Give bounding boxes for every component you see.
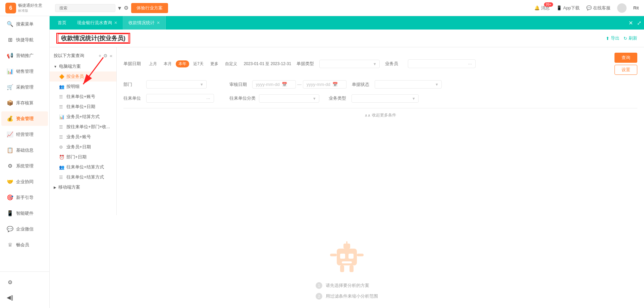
review-date-to-input[interactable]: yyyy-mm-dd 📅 bbox=[303, 80, 346, 89]
sidebar-collapse[interactable]: ◀‖ bbox=[1, 290, 48, 305]
doc-type-select[interactable]: ▾ bbox=[319, 60, 380, 68]
sidebar-settings[interactable]: ⚙ bbox=[1, 275, 48, 290]
scheme-item-unit-settlement1[interactable]: 👥 往来单位+结算方式 bbox=[50, 162, 116, 172]
counterparty-category-select[interactable]: ▾ bbox=[259, 94, 319, 103]
scheme-group-mobile-title[interactable]: ▶ 移动端方案 bbox=[50, 182, 116, 192]
inventory-icon: 📦 bbox=[7, 100, 13, 106]
sidebar-item-operations[interactable]: 📈 经营管理 bbox=[1, 127, 48, 142]
group-desktop-label: 电脑端方案 bbox=[59, 63, 81, 69]
header-gear-icon[interactable]: ⚙ bbox=[124, 5, 128, 11]
tab-maximize-icon[interactable]: ⤢ bbox=[637, 20, 641, 26]
filter-settings-button[interactable]: 设置 bbox=[614, 65, 637, 75]
scheme-item-unit-account[interactable]: ☰ 往来单位+账号 bbox=[50, 92, 116, 102]
sidebar-item-guide[interactable]: 🎯 新手引导 bbox=[1, 190, 48, 205]
tab-home[interactable]: 首页 bbox=[52, 20, 72, 26]
empty-robot-icon bbox=[327, 235, 367, 275]
counterparty-more-icon[interactable]: ··· bbox=[206, 96, 210, 101]
date-tab-last-month[interactable]: 上月 bbox=[146, 60, 160, 67]
tab-bank-flow-close-icon[interactable]: ✕ bbox=[114, 20, 117, 25]
query-button[interactable]: 查询 bbox=[614, 53, 637, 63]
biz-type-select[interactable]: ▾ bbox=[352, 94, 419, 103]
scheme-unit-date-label: 往来单位+日期 bbox=[66, 104, 95, 110]
svg-rect-6 bbox=[346, 241, 347, 244]
date-tab-this-year[interactable]: 本年 bbox=[176, 60, 189, 67]
tab-bar: 首页 现金银行流水查询 ✕ 收款情况统计 ✕ ✕ ⤢ bbox=[50, 16, 644, 30]
date-sep: 至 bbox=[265, 61, 270, 66]
sidebar-item-purchase[interactable]: 🛒 采购管理 bbox=[1, 80, 48, 94]
sidebar-item-system[interactable]: ⚙ 系统管理 bbox=[1, 159, 48, 173]
page-content: 收款情况统计(按业务员) ⬆ 导出 ↻ 刷新 bbox=[50, 30, 644, 308]
scheme-item-salesman-account[interactable]: ☰ 业务员+账号 bbox=[50, 132, 116, 142]
scheme-group-desktop-title[interactable]: ▼ 电脑端方案 bbox=[50, 61, 116, 71]
group-mobile-label: 移动端方案 bbox=[58, 184, 80, 190]
scheme-add-icon[interactable]: + bbox=[99, 53, 101, 58]
scheme-item-detail[interactable]: 👥 按明细 bbox=[50, 82, 116, 92]
tab-close-all-icon[interactable]: ✕ bbox=[629, 20, 633, 26]
scheme-item-salesman-date[interactable]: ⚙ 业务员+日期 bbox=[50, 142, 116, 152]
scheme-collapse-icon[interactable]: « bbox=[110, 53, 112, 58]
dept-select[interactable]: ▾ bbox=[146, 80, 207, 89]
sidebar-item-wechat[interactable]: 💬 企业微信 bbox=[1, 222, 48, 236]
scheme-item-salesman-settlement[interactable]: 📊 业务员+结算方式 bbox=[50, 112, 116, 122]
notification-area[interactable]: 🔔 消息 99+ bbox=[534, 5, 550, 11]
empty-steps: 1 请先选择要分析的方案 2 用过滤条件来缩小分析范围 bbox=[316, 282, 378, 300]
date-tab-more[interactable]: 更多 bbox=[208, 60, 221, 67]
counterparty-category-arrow-icon: ▾ bbox=[313, 96, 316, 101]
user-avatar[interactable] bbox=[617, 3, 627, 13]
refresh-button[interactable]: ↻ 刷新 bbox=[624, 35, 637, 41]
scheme-item-salesman[interactable]: 🔶 按业务员 bbox=[50, 71, 116, 82]
export-button[interactable]: ⬆ 导出 bbox=[606, 35, 620, 41]
sidebar-item-quick-nav[interactable]: ⊞ 快捷导航 bbox=[1, 33, 48, 47]
counterparty-input[interactable] bbox=[150, 96, 206, 101]
date-tab-7-days[interactable]: 近7天 bbox=[191, 60, 206, 67]
scheme-dept-date-label: 部门+日期 bbox=[66, 154, 87, 160]
scheme-item-unit-dept[interactable]: ☰ 按往来单位+部门+收... bbox=[50, 122, 116, 132]
calendar-from-icon[interactable]: 📅 bbox=[282, 82, 287, 87]
scheme-header: 按以下方案查询 + ⚙ « bbox=[50, 51, 116, 61]
sidebar-item-member[interactable]: ♕ 畅会员 bbox=[1, 238, 48, 252]
trial-button[interactable]: 体验行业方案 bbox=[131, 3, 168, 13]
collapse-label: 收起更多条件 bbox=[372, 112, 396, 118]
collapse-button[interactable]: ∧∧ 收起更多条件 bbox=[365, 112, 396, 118]
salesman-more-icon[interactable]: ··· bbox=[468, 61, 472, 66]
header-search-input[interactable] bbox=[55, 4, 115, 12]
doc-status-select[interactable]: ▾ bbox=[375, 80, 442, 89]
online-service[interactable]: 💬 在线客服 bbox=[586, 5, 610, 11]
tab-collection-stats[interactable]: 收款情况统计 ✕ bbox=[123, 16, 166, 30]
sidebar-item-inventory[interactable]: 📦 库存核算 bbox=[1, 96, 48, 110]
svg-rect-7 bbox=[330, 254, 337, 256]
sidebar-item-hardware[interactable]: 📱 智能硬件 bbox=[1, 206, 48, 220]
sidebar-member-label: 畅会员 bbox=[16, 242, 29, 248]
header-dropdown-icon[interactable]: ▾ bbox=[118, 4, 121, 12]
step-2-number: 2 bbox=[316, 293, 322, 300]
app-download[interactable]: 📱 App下载 bbox=[556, 5, 580, 11]
search-icon: 🔍 bbox=[7, 21, 13, 27]
tab-bank-flow[interactable]: 现金银行流水查询 ✕ bbox=[72, 16, 123, 30]
sidebar-item-marketing[interactable]: 📢 营销推广 bbox=[1, 48, 48, 63]
salesman-input[interactable] bbox=[412, 61, 468, 66]
scheme-header-icons: + ⚙ « bbox=[99, 53, 112, 58]
purchase-icon: 🛒 bbox=[7, 84, 13, 90]
tab-collection-stats-close-icon[interactable]: ✕ bbox=[157, 20, 160, 25]
step-2-text: 用过滤条件来缩小分析范围 bbox=[326, 293, 378, 299]
sidebar-item-search[interactable]: 🔍 搜索菜单 bbox=[1, 17, 48, 31]
scheme-item-dept-date[interactable]: ⏰ 部门+日期 bbox=[50, 152, 116, 162]
date-tab-this-month[interactable]: 本月 bbox=[161, 60, 174, 67]
sidebar-item-sales[interactable]: 📊 销售管理 bbox=[1, 64, 48, 79]
page-title-box: 收款情况统计(按业务员) bbox=[56, 33, 130, 44]
sidebar-item-finance[interactable]: 💰 资金管理 bbox=[1, 111, 48, 126]
doc-status-arrow-icon: ▾ bbox=[436, 82, 438, 87]
scheme-item-unit-settlement2[interactable]: ☰ 往来单位+结算方式 bbox=[50, 172, 116, 182]
sidebar-item-basic-info[interactable]: 📋 基础信息 bbox=[1, 143, 48, 157]
scheme-settings-icon[interactable]: ⚙ bbox=[103, 53, 108, 58]
review-date-from-input[interactable]: yyyy-mm-dd 📅 bbox=[252, 80, 296, 89]
filter-counterparty-item: 往来单位 ··· bbox=[123, 94, 224, 103]
quick-nav-icon: ⊞ bbox=[7, 37, 13, 43]
sidebar-basic-info-label: 基础信息 bbox=[16, 147, 34, 153]
scheme-salesman-icon: 🔶 bbox=[59, 74, 64, 79]
date-tab-custom[interactable]: 自定义 bbox=[222, 60, 240, 67]
sidebar-item-enterprise[interactable]: 🤝 企业协同 bbox=[1, 174, 48, 189]
scheme-item-unit-date[interactable]: ☰ 往来单位+日期 bbox=[50, 102, 116, 112]
calendar-to-icon[interactable]: 📅 bbox=[332, 82, 338, 87]
counterparty-category-label: 往来单位分类 bbox=[229, 95, 256, 101]
